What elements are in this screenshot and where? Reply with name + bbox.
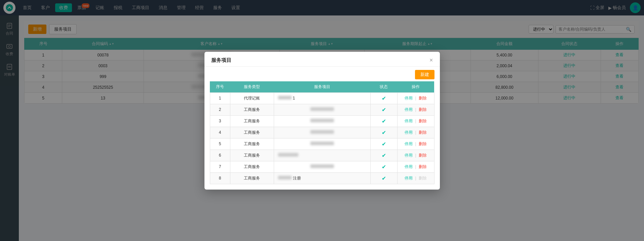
delete-button[interactable]: 删除 [419, 153, 427, 158]
dialog-table-row: 7 工商服务 ✔ 停用 | 删除 [210, 161, 434, 172]
stop-button[interactable]: 停用 [405, 130, 413, 135]
dialog-table-row: 1 代理记账 1 ✔ 停用 | 删除 [210, 92, 434, 104]
delete-button[interactable]: 删除 [419, 107, 427, 112]
delete-button[interactable]: 删除 [419, 142, 427, 146]
status-active-icon: ✔ [382, 175, 386, 181]
modal-overlay[interactable]: 服务项目 × 新建 序号 服务类型 服务项目 状态 操作 [0, 0, 644, 241]
delete-button[interactable]: 删除 [419, 119, 427, 123]
status-active-icon: ✔ [382, 118, 386, 124]
delete-button[interactable]: 删除 [419, 164, 427, 169]
dialog-table-row: 6 工商服务 ✔ 停用 | 删除 [210, 150, 434, 161]
status-active-icon: ✔ [382, 141, 386, 147]
dth-action: 操作 [397, 81, 434, 93]
stop-button[interactable]: 停用 [405, 107, 413, 112]
new-service-button[interactable]: 新建 [415, 70, 434, 79]
dialog-table-row: 4 工商服务 ✔ 停用 | 删除 [210, 127, 434, 138]
delete-button[interactable]: 删除 [419, 130, 427, 135]
dialog-toolbar: 新建 [204, 67, 440, 81]
stop-button[interactable]: 停用 [405, 142, 413, 146]
dialog-table-row: 5 工商服务 ✔ 停用 | 删除 [210, 138, 434, 150]
dth-status: 状态 [370, 81, 397, 93]
delete-button[interactable]: 删除 [419, 96, 427, 101]
dth-type: 服务类型 [230, 81, 274, 93]
stop-button[interactable]: 停用 [405, 153, 413, 158]
status-active-icon: ✔ [382, 107, 386, 113]
dialog-body: 序号 服务类型 服务项目 状态 操作 1 代理记账 1 [204, 81, 440, 190]
stop-button[interactable]: 停用 [405, 96, 413, 101]
stop-button[interactable]: 停用 [405, 164, 413, 169]
dialog-table-row: 8 工商服务 注册 ✔ 停用 | 删除 [210, 172, 434, 184]
dialog-table-row: 2 工商服务 ✔ 停用 | 删除 [210, 104, 434, 115]
delete-button[interactable]: 删除 [419, 176, 427, 180]
stop-button[interactable]: 停用 [405, 119, 413, 123]
dialog-title: 服务项目 [211, 57, 231, 64]
dth-item: 服务项目 [274, 81, 370, 93]
status-active-icon: ✔ [382, 164, 386, 170]
dth-seq: 序号 [210, 81, 230, 93]
stop-button[interactable]: 停用 [405, 176, 413, 180]
status-active-icon: ✔ [382, 95, 386, 101]
dialog-header: 服务项目 × [204, 52, 440, 67]
dialog-close-button[interactable]: × [429, 57, 433, 63]
status-active-icon: ✔ [382, 153, 386, 158]
service-items-dialog: 服务项目 × 新建 序号 服务类型 服务项目 状态 操作 [204, 52, 440, 190]
service-items-table: 序号 服务类型 服务项目 状态 操作 1 代理记账 1 [210, 81, 434, 184]
status-active-icon: ✔ [382, 130, 386, 135]
dialog-table-row: 3 工商服务 ✔ 停用 | 删除 [210, 115, 434, 127]
